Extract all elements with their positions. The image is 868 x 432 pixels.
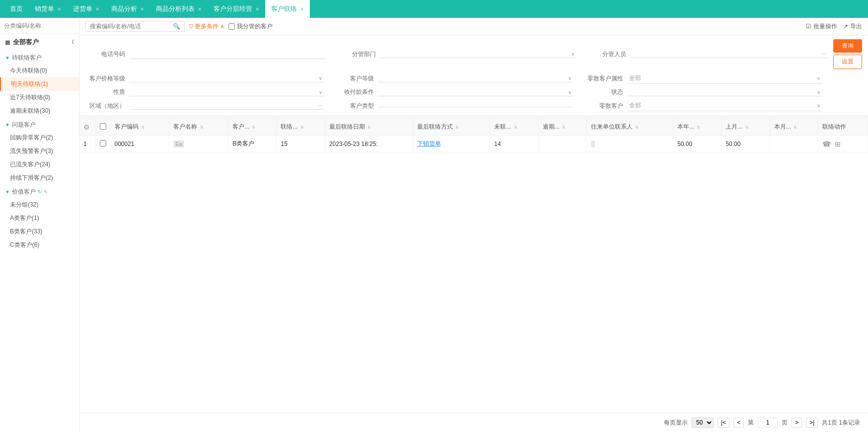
filter-nature-select[interactable]: ∨ <box>129 88 324 96</box>
select-all-checkbox[interactable] <box>100 123 106 130</box>
first-page-button[interactable]: |< <box>718 418 729 428</box>
filter-manager-select[interactable]: ··· <box>630 50 827 58</box>
sidebar-all-customers[interactable]: ▦ 全部客户 《 <box>0 34 79 51</box>
sidebar-item-class-c[interactable]: C类客户(6) <box>0 238 79 252</box>
nav-home[interactable]: 首页 <box>4 0 29 18</box>
my-customers-checkbox[interactable] <box>228 23 235 30</box>
next-page-button[interactable]: > <box>792 418 802 428</box>
filter-row-4: 区域（地区） ··· 客户类型 零散客户 <box>85 100 862 111</box>
close-purchase-icon[interactable]: ✕ <box>95 6 99 12</box>
filter-price-level-select[interactable]: ∨ <box>129 74 324 82</box>
sidebar-item-tomorrow[interactable]: 明天待联络(1) <box>0 77 79 91</box>
sidebar-search-input[interactable] <box>4 22 78 29</box>
nav-analysis-list[interactable]: 商品分析列表 ✕ <box>150 0 208 18</box>
filter-status-select[interactable]: ∨ <box>627 88 822 96</box>
filter-dept-label: 分管部门 <box>336 50 376 59</box>
sidebar-item-lost-risk[interactable]: 流失预警客户(3) <box>0 144 79 158</box>
sidebar-item-continuous-decline[interactable]: 持续下滑客户(2) <box>0 171 79 185</box>
page-size-select[interactable]: 50 <box>692 417 714 428</box>
more-conditions-button[interactable]: ▽ 更多条件 ∧ <box>189 22 224 31</box>
refresh-value-icon[interactable]: ↻ <box>38 189 42 195</box>
filter-region: 区域（地区） ··· <box>85 102 324 110</box>
filter-manager-label: 分管人员 <box>586 50 626 59</box>
set-button[interactable]: 设置 <box>833 55 862 69</box>
row-checkbox[interactable] <box>100 140 106 146</box>
close-sales-icon[interactable]: ✕ <box>57 6 61 12</box>
filter-scatter-attr-select[interactable]: 全部 ∨ <box>627 73 822 84</box>
sort-uncontacted-icon[interactable]: ⇅ <box>514 125 517 130</box>
export-button[interactable]: ↗ 导出 <box>843 22 862 31</box>
filter-customer-level-select[interactable]: ∨ <box>378 74 573 82</box>
close-analysis-list-icon[interactable]: ✕ <box>198 6 202 12</box>
last-contact-way-link[interactable]: 下销货单 <box>417 140 441 147</box>
sort-name-icon[interactable]: ⇅ <box>200 125 204 130</box>
last-page-button[interactable]: >| <box>806 418 818 428</box>
sort-this-year-icon[interactable]: ⇅ <box>697 125 700 130</box>
sidebar-item-lost[interactable]: 已流失客户(24) <box>0 158 79 171</box>
sidebar-item-week[interactable]: 近7天待联络(0) <box>0 91 79 104</box>
td-uncontacted: 14 <box>490 136 538 152</box>
sort-this-month-icon[interactable]: ⇅ <box>794 125 797 130</box>
th-gear: ⚙ <box>79 119 95 136</box>
sort-contacts-icon[interactable]: ⇅ <box>300 125 304 130</box>
sidebar-item-repurchase-abnormal[interactable]: 回购异常客户(2) <box>0 131 79 144</box>
page-size-label: 每页显示 <box>664 419 688 427</box>
th-last-month: 上月... ⇅ <box>722 119 770 136</box>
sidebar-item-ungrouped[interactable]: 未分组(32) <box>0 198 79 212</box>
filter-region-select[interactable]: ··· <box>129 102 324 110</box>
nav-sales[interactable]: 销货单 ✕ <box>29 0 67 18</box>
close-contact-icon[interactable]: ✕ <box>300 6 304 12</box>
chevron-down-icon-7: ∨ <box>817 89 820 95</box>
filter-row-3: 性质 ∨ 收付款条件 ∨ 状态 <box>85 88 862 96</box>
sidebar-item-class-a[interactable]: A类客户(1) <box>0 212 79 225</box>
filter-phone-input[interactable] <box>129 50 326 59</box>
toolbar-right: ☑ 批量操作 ↗ 导出 <box>806 22 862 31</box>
sidebar-item-overdue[interactable]: 逾期未联络(30) <box>0 104 79 118</box>
close-segment-icon[interactable]: ✕ <box>255 6 259 12</box>
sidebar-group-problem[interactable]: ▼ 问题客户 <box>0 118 79 131</box>
th-checkbox <box>95 119 110 136</box>
query-button[interactable]: 查询 <box>833 39 862 53</box>
prev-page-button[interactable]: < <box>733 418 744 428</box>
customers-table: ⚙ 客户编码 ⇅ 客户名称 ⇅ <box>79 119 868 152</box>
th-overdue: 逾期... ⇅ <box>538 119 586 136</box>
filter-customer-type-select[interactable] <box>378 105 573 107</box>
page-label: 第 <box>748 419 754 427</box>
contact-action-icon[interactable]: ☎ <box>822 140 831 148</box>
th-uncontacted: 未联... ⇅ <box>490 119 538 136</box>
edit-value-icon[interactable]: ✎ <box>44 189 48 195</box>
nav-customer-segment[interactable]: 客户分层经营 ✕ <box>208 0 265 18</box>
sort-last-month-icon[interactable]: ⇅ <box>745 125 749 130</box>
filter-price-level: 客户价格等级 ∨ <box>85 74 324 83</box>
sort-last-way-icon[interactable]: ⇅ <box>455 125 459 130</box>
filter-payment-select[interactable]: ∨ <box>378 88 573 96</box>
sort-code-icon[interactable]: ⇅ <box>141 125 145 130</box>
filter-scatter-customer-label: 零散客户 <box>583 102 623 110</box>
more-action-icon[interactable]: ⊞ <box>835 140 841 148</box>
sidebar-group-value[interactable]: ▼ 价值客户 ↻ ✎ <box>0 185 79 198</box>
sort-overdue-icon[interactable]: ⇅ <box>562 125 566 130</box>
gear-icon[interactable]: ⚙ <box>83 123 90 131</box>
nav-purchase[interactable]: 进货单 ✕ <box>67 0 105 18</box>
close-analysis-icon[interactable]: ✕ <box>140 6 144 12</box>
batch-op-button[interactable]: ☑ 批量操作 <box>806 22 837 31</box>
nav-customer-contact[interactable]: 客户联络 ✕ <box>265 0 310 18</box>
filter-scatter-attr-label: 零散客户属性 <box>583 74 623 83</box>
sidebar-item-today[interactable]: 今天待联络(0) <box>0 64 79 77</box>
total-records-label: 共1页 1条记录 <box>822 419 860 427</box>
th-last-date: 最后联络日期 ⇅ <box>325 119 413 136</box>
filter-dept-select[interactable]: ∨ <box>380 50 577 58</box>
sidebar-group-pending[interactable]: ▼ 待联络客户 <box>0 51 79 64</box>
my-customers-checkbox-area: 我分管的客户 <box>228 22 273 31</box>
sort-type-icon[interactable]: ⇅ <box>252 125 255 130</box>
main-search-input[interactable] <box>90 23 173 30</box>
sidebar-item-class-b[interactable]: B类客户(33) <box>0 225 79 238</box>
sort-last-date-icon[interactable]: ⇅ <box>367 125 371 130</box>
page-number-input[interactable] <box>758 418 778 428</box>
main-search-icon[interactable]: 🔍 <box>173 23 180 30</box>
nav-analysis[interactable]: 商品分析 ✕ <box>105 0 150 18</box>
sort-unit-contacts-icon[interactable]: ⇅ <box>635 125 639 130</box>
td-type: B类客户 <box>228 136 277 152</box>
main-search-box: 🔍 <box>85 21 185 32</box>
filter-scatter-customer-select[interactable]: 全部 ∨ <box>627 100 822 111</box>
